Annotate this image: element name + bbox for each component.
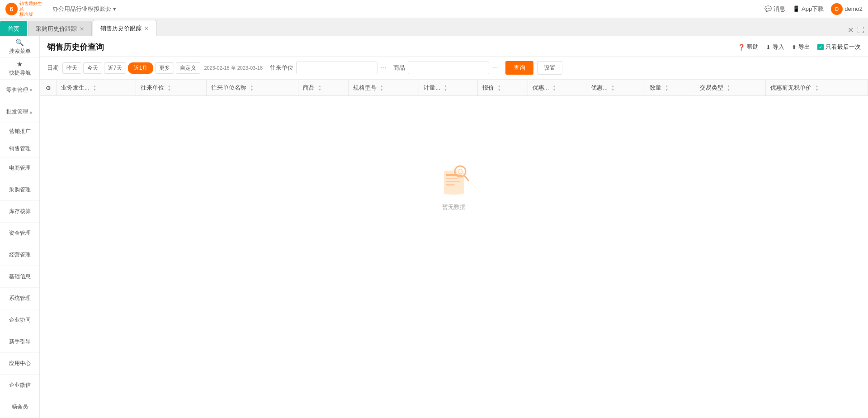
message-btn[interactable]: 💬 消息: [764, 5, 785, 13]
th-counterpart-code[interactable]: 往来单位 ▲▼: [136, 80, 207, 96]
product-input[interactable]: [408, 62, 489, 74]
date-btn-today[interactable]: 今天: [83, 62, 102, 74]
date-btn-more[interactable]: 更多: [155, 62, 174, 74]
th-trade-type[interactable]: 交易类型 ▲▼: [695, 80, 766, 96]
sidebar-item-operations[interactable]: 经营管理: [0, 244, 39, 266]
product-filter-group: 商品 ···: [393, 62, 498, 74]
sort-icon-spec[interactable]: ▲▼: [380, 85, 383, 92]
sidebar-item-retail[interactable]: 零售管理 ▼: [0, 80, 39, 101]
sidebar-item-app-center[interactable]: 应用中心: [0, 353, 39, 375]
date-btn-7days[interactable]: 近7天: [104, 62, 126, 74]
help-btn[interactable]: ❓ 帮助: [738, 43, 759, 51]
tab-purchase[interactable]: 采购历史价跟踪 ✕: [28, 21, 92, 36]
counterpart-select-icon[interactable]: ···: [380, 64, 386, 72]
sidebar-item-wechat[interactable]: 企业微信: [0, 375, 39, 396]
sort-icon-product[interactable]: ▲▼: [318, 85, 322, 92]
sidebar-item-purchase[interactable]: 采购管理: [0, 179, 39, 201]
sort-icon-unit[interactable]: ▲▼: [444, 85, 448, 92]
app-download-btn[interactable]: 📱 App下载: [793, 5, 824, 13]
query-button[interactable]: 查询: [505, 61, 533, 75]
sort-icon-counterpart-code[interactable]: ▲▼: [167, 85, 171, 92]
filter-bar: 日期 昨天 今天 近7天 近1月 更多 自定义 2023-02-18 至 202…: [40, 57, 868, 80]
sidebar-label-sales-mgmt: 销售管理: [9, 145, 31, 152]
th-product[interactable]: 商品 ▲▼: [298, 80, 348, 96]
sidebar-item-system[interactable]: 系统管理: [0, 288, 39, 309]
sidebar-label-search-menu: 搜索菜单: [9, 48, 31, 55]
sidebar-label-marketing: 营销推广: [9, 128, 31, 134]
counterpart-input[interactable]: [296, 62, 377, 74]
empty-illustration: [436, 162, 472, 198]
tab-home[interactable]: 首页: [0, 21, 27, 36]
sidebar-item-guide[interactable]: 新手引导: [0, 331, 39, 353]
sidebar-label-guide: 新手引导: [9, 338, 31, 346]
export-icon: ⬆: [792, 44, 797, 51]
only-last-checkbox-group[interactable]: ✓ 只看最后一次: [817, 43, 861, 51]
empty-state: 暂无数据: [40, 96, 868, 277]
date-btn-yesterday[interactable]: 昨天: [62, 62, 81, 74]
th-spec[interactable]: 规格型号 ▲▼: [348, 80, 419, 96]
sidebar-item-basic-info[interactable]: 基础信息: [0, 266, 39, 288]
sidebar-item-ecommerce[interactable]: 电商管理: [0, 157, 39, 179]
import-btn[interactable]: ⬇ 导入: [766, 43, 784, 51]
sidebar-label-quick-nav: 快捷导航: [9, 69, 31, 77]
th-gear[interactable]: ⚙: [40, 80, 57, 96]
sort-icon-pretax-price[interactable]: ▲▼: [815, 85, 819, 92]
sort-icon-counterpart-name[interactable]: ▲▼: [250, 85, 254, 92]
sort-icon-discount2[interactable]: ▲▼: [611, 85, 615, 92]
sidebar-sub-marketing[interactable]: 营销推广: [0, 123, 39, 140]
sidebar-item-wholesale[interactable]: 批发管理 ▲: [0, 101, 39, 123]
tab-purchase-close-icon[interactable]: ✕: [80, 26, 84, 32]
app-download-icon: 📱: [793, 5, 800, 12]
only-last-checkbox[interactable]: ✓: [817, 44, 824, 50]
sidebar-label-wholesale: 批发管理: [6, 108, 28, 116]
sidebar-label-enterprise: 企业协同: [9, 316, 31, 324]
workspace-dropdown[interactable]: 办公用品行业模拟账套 ▾: [52, 5, 116, 13]
sort-icon-price[interactable]: ▲▼: [498, 85, 501, 92]
main-layout: 🔍 搜索菜单 ★ 快捷导航 零售管理 ▼ 批发管理 ▲ 营销推广 销售管理: [0, 36, 868, 418]
page-header: 销售历史价查询 ❓ 帮助 ⬇ 导入 ⬆ 导出 ✓ 只看最后一次: [40, 36, 868, 57]
tab-sales-close-icon[interactable]: ✕: [144, 25, 149, 32]
tab-close-all-icon[interactable]: ✕: [848, 26, 854, 34]
table-settings-icon[interactable]: ⚙: [46, 85, 51, 91]
sort-icon-discount1[interactable]: ▲▼: [552, 85, 556, 92]
sidebar-item-enterprise[interactable]: 企业协同: [0, 309, 39, 331]
th-counterpart-name[interactable]: 往来单位名称 ▲▼: [207, 80, 298, 96]
sidebar-item-inventory[interactable]: 库存核算: [0, 201, 39, 223]
sidebar-sub-sales-mgmt[interactable]: 销售管理: [0, 140, 39, 157]
setting-button[interactable]: 设置: [537, 61, 562, 75]
th-price[interactable]: 报价 ▲▼: [477, 80, 528, 96]
sort-icon-biz-date[interactable]: ▲▼: [93, 85, 96, 92]
date-buttons: 昨天 今天 近7天 近1月 更多 自定义: [62, 62, 200, 74]
th-unit[interactable]: 计量... ▲▼: [419, 80, 478, 96]
workspace-label: 办公用品行业模拟账套: [52, 5, 111, 13]
user-area[interactable]: D demo2: [831, 3, 863, 15]
sidebar-item-member[interactable]: 畅会员: [0, 396, 39, 418]
tab-bar-right: ✕ ⛶: [848, 26, 868, 36]
sidebar-label-finance: 资金管理: [9, 229, 31, 237]
tab-sales[interactable]: 销售历史价跟踪 ✕: [93, 20, 156, 36]
date-btn-1month[interactable]: 近1月: [128, 62, 154, 74]
th-quantity[interactable]: 数量 ▲▼: [645, 80, 695, 96]
export-btn[interactable]: ⬆ 导出: [792, 43, 810, 51]
tab-expand-icon[interactable]: ⛶: [857, 26, 864, 34]
user-label: demo2: [844, 5, 863, 12]
th-biz-date[interactable]: 业务发生... ▲▼: [57, 80, 136, 96]
sidebar-item-search-menu[interactable]: 🔍 搜索菜单: [0, 36, 39, 58]
logo-icon: 6: [5, 3, 18, 15]
message-label: 消息: [774, 5, 785, 13]
sidebar-item-quick-nav[interactable]: ★ 快捷导航: [0, 58, 39, 80]
sidebar-item-finance[interactable]: 资金管理: [0, 223, 39, 244]
product-select-icon[interactable]: ···: [492, 64, 498, 72]
th-discount1[interactable]: 优惠... ▲▼: [528, 80, 586, 96]
app-download-label: App下载: [802, 5, 824, 13]
sort-icon-quantity[interactable]: ▲▼: [665, 85, 669, 92]
tab-home-label: 首页: [8, 25, 19, 33]
th-pretax-price[interactable]: 优惠前无税单价 ▲▼: [766, 80, 868, 96]
date-btn-custom[interactable]: 自定义: [176, 62, 200, 74]
sort-icon-trade-type[interactable]: ▲▼: [726, 85, 730, 92]
sidebar-label-wechat: 企业微信: [9, 381, 31, 389]
th-discount2[interactable]: 优惠... ▲▼: [586, 80, 645, 96]
sidebar-label-operations: 经营管理: [9, 251, 31, 259]
wholesale-arrow-icon: ▲: [29, 109, 33, 114]
header-right: 💬 消息 📱 App下载 D demo2: [764, 3, 863, 15]
